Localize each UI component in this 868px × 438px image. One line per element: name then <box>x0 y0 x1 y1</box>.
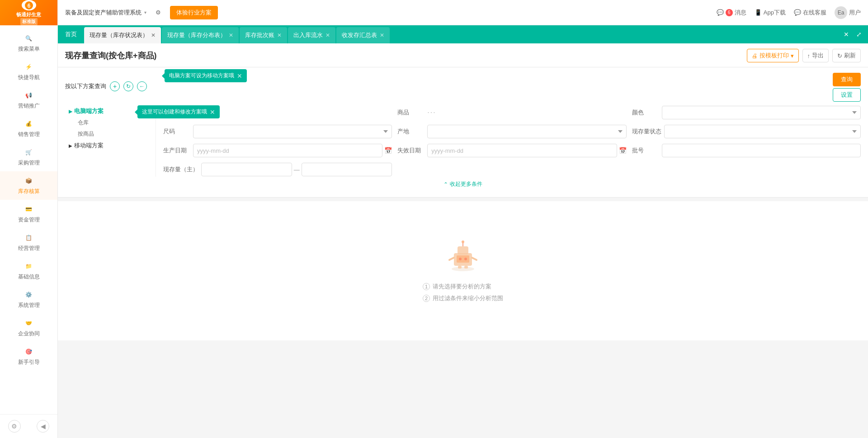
tab-expand-icon[interactable]: ⤢ <box>854 29 864 40</box>
sidebar-item-purchase[interactable]: 🛒 采购管理 <box>0 143 57 171</box>
search-btn-area: 查询 设置 <box>833 73 861 102</box>
stock-qty-from-input[interactable] <box>201 163 292 176</box>
sidebar-item-sales[interactable]: 💰 销售管理 <box>0 114 57 143</box>
empty-state: 1 请先选择要分析的方案 2 用过滤条件来缩小分析范围 <box>58 201 868 340</box>
expiry-date-input[interactable] <box>427 144 617 157</box>
scheme-sub-goods[interactable]: 按商品 <box>74 128 156 140</box>
sidebar-item-quick[interactable]: ⚡ 快捷导航 <box>0 57 57 86</box>
sidebar-item-guide[interactable]: 🎯 新手引导 <box>0 342 57 371</box>
batch-input[interactable] <box>662 144 861 157</box>
tab-batch-account[interactable]: 库存批次账 ✕ <box>240 27 287 43</box>
search-btn[interactable]: 查询 <box>833 73 861 86</box>
scheme-mobile-arrow-icon: ▶ <box>69 143 72 148</box>
production-date-wrap: 📅 <box>193 144 392 157</box>
svg-point-6 <box>464 258 467 260</box>
collapse-bottom-btn[interactable]: ◀ <box>37 420 49 433</box>
goods-dots-icon: ··· <box>427 108 436 117</box>
step1-num: 1 <box>423 283 430 290</box>
svg-text:6: 6 <box>27 3 30 9</box>
tab-close-inventory-status[interactable]: ✕ <box>151 32 156 38</box>
filter-fields-panel: 仓库 ··· 商品 ··· 颜色 <box>156 105 861 177</box>
tab-close-inventory-dist[interactable]: ✕ <box>229 32 233 38</box>
empty-text: 1 请先选择要分析的方案 2 用过滤条件来缩小分析范围 <box>423 281 503 304</box>
expiry-date-cal-icon[interactable]: 📅 <box>619 147 627 154</box>
sidebar-nav: 🔍 搜索菜单 ⚡ 快捷导航 📢 营销推广 💰 销售管理 🛒 采购管理 📦 库存核… <box>0 25 57 414</box>
logo-text: 畅通好生意 <box>16 11 41 18</box>
basic-nav-icon: 📁 <box>24 261 34 271</box>
header-right: 💬 6 消息 📱 App下载 💬 在线客服 Ea 用户 <box>717 6 861 19</box>
production-date-cal-icon[interactable]: 📅 <box>384 147 392 154</box>
user-btn[interactable]: Ea 用户 <box>835 6 861 19</box>
tab-receive-send[interactable]: 收发存汇总表 ✕ <box>336 27 390 43</box>
marketing-nav-icon: 📢 <box>24 90 34 100</box>
tooltip-pc-scheme: 电脑方案可设为移动方案哦 ✕ <box>165 69 247 82</box>
filter-area: 按以下方案查询 + ↻ ← 电脑方案可设为移动方案哦 ✕ 查询 设置 <box>58 67 868 198</box>
tooltip1-close-btn[interactable]: ✕ <box>237 72 242 80</box>
trial-btn[interactable]: 体验行业方案 <box>170 6 218 19</box>
size-select[interactable] <box>193 125 392 138</box>
sidebar-item-enterprise[interactable]: 🤝 企业协同 <box>0 314 57 342</box>
filter-row-1: 仓库 ··· 商品 ··· 颜色 <box>163 105 861 120</box>
add-scheme-btn[interactable]: + <box>110 81 120 91</box>
filter-stock-status: 现存量状态 <box>632 124 861 139</box>
header-settings-btn[interactable]: ⚙ <box>152 6 165 19</box>
sidebar: 6 畅通好生意 标准版 🔍 搜索菜单 ⚡ 快捷导航 📢 营销推广 💰 销售管理 … <box>0 0 58 438</box>
sidebar-item-inventory[interactable]: 📦 库存核算 <box>0 171 57 200</box>
sidebar-logo: 6 畅通好生意 标准版 <box>0 0 57 25</box>
scheme-list: ▶ 电脑端方案 ··· 这里可以创建和修改方案哦 ✕ 仓库 <box>65 105 156 151</box>
app-download-btn[interactable]: 📱 App下载 <box>755 9 786 17</box>
service-icon: 💬 <box>794 9 801 16</box>
stock-qty-to-input[interactable] <box>302 163 392 176</box>
user-avatar: Ea <box>835 6 847 19</box>
filter-expiry-date: 失效日期 📅 <box>397 143 626 158</box>
reset-btn[interactable]: 设置 <box>833 88 861 102</box>
system-chevron-icon: ▾ <box>144 10 146 15</box>
filter-batch: 批号 <box>632 143 861 158</box>
export-btn[interactable]: ↑ 导出 <box>802 49 829 62</box>
tab-inventory-dist[interactable]: 现存量（库存分布表） ✕ <box>162 27 239 43</box>
production-date-input[interactable] <box>193 144 382 157</box>
sidebar-item-system[interactable]: ⚙️ 系统管理 <box>0 285 57 314</box>
tab-in-out-flow[interactable]: 出入库流水 ✕ <box>288 27 335 43</box>
collapse-bar[interactable]: ⌃ 收起更多条件 <box>65 177 861 192</box>
sidebar-item-marketing[interactable]: 📢 营销推广 <box>0 86 57 114</box>
message-icon: 💬 <box>717 9 724 16</box>
refresh-scheme-btn[interactable]: ↻ <box>123 81 133 91</box>
filter-header: 按以下方案查询 + ↻ ← 电脑方案可设为移动方案哦 ✕ 查询 设置 <box>65 73 861 100</box>
tab-close-in-out-flow[interactable]: ✕ <box>326 32 330 38</box>
svg-point-9 <box>462 240 464 243</box>
tab-close-all-icon[interactable]: ✕ <box>841 29 852 40</box>
color-select[interactable] <box>662 106 861 119</box>
stock-status-select[interactable] <box>664 125 861 138</box>
message-btn[interactable]: 💬 6 消息 <box>717 9 746 17</box>
main-area: 装备及固定资产辅助管理系统 ▾ ⚙ 体验行业方案 💬 6 消息 📱 App下载 … <box>58 0 868 438</box>
scheme-sub-warehouse[interactable]: 仓库 <box>74 117 156 128</box>
refresh-btn[interactable]: ↻ 刷新 <box>832 49 861 62</box>
svg-line-10 <box>449 258 454 260</box>
tab-close-batch-account[interactable]: ✕ <box>277 32 282 38</box>
scheme-list-area: ▶ 电脑端方案 ··· 这里可以创建和修改方案哦 ✕ 仓库 <box>65 105 861 177</box>
tab-home[interactable]: 首页 <box>58 25 84 43</box>
origin-select[interactable] <box>427 125 626 138</box>
page-actions: 🖨 按模板打印 ▾ ↑ 导出 ↻ 刷新 <box>747 49 861 62</box>
tab-inventory-status[interactable]: 现存量（库存状况表） ✕ <box>84 27 161 43</box>
sidebar-item-search[interactable]: 🔍 搜索菜单 <box>0 29 57 57</box>
collapse-label: 收起更多条件 <box>450 180 482 188</box>
back-scheme-btn[interactable]: ← <box>137 81 147 91</box>
scheme-item-mobile[interactable]: ▶ 移动端方案 <box>65 140 156 151</box>
production-date-label: 生产日期 <box>163 146 190 155</box>
sidebar-item-basic[interactable]: 📁 基础信息 <box>0 257 57 285</box>
sidebar-item-finance[interactable]: 💳 资金管理 <box>0 200 57 228</box>
tooltip-edit-scheme: 这里可以创建和修改方案哦 ✕ <box>137 105 220 118</box>
filter-size: 尺码 <box>163 124 392 139</box>
page-header: 现存量查询(按仓库+商品) 🖨 按模板打印 ▾ ↑ 导出 ↻ 刷新 <box>58 43 868 67</box>
svg-rect-13 <box>464 266 468 268</box>
tab-close-receive-send[interactable]: ✕ <box>380 32 384 38</box>
settings-bottom-btn[interactable]: ⚙ <box>8 420 21 433</box>
print-btn[interactable]: 🖨 按模板打印 ▾ <box>747 49 799 62</box>
sidebar-item-operation[interactable]: 📋 经营管理 <box>0 228 57 257</box>
tooltip2-close-btn[interactable]: ✕ <box>210 108 215 116</box>
message-badge: 6 <box>726 9 733 16</box>
empty-step2: 2 用过滤条件来缩小分析范围 <box>423 292 503 304</box>
service-btn[interactable]: 💬 在线客服 <box>794 9 826 17</box>
